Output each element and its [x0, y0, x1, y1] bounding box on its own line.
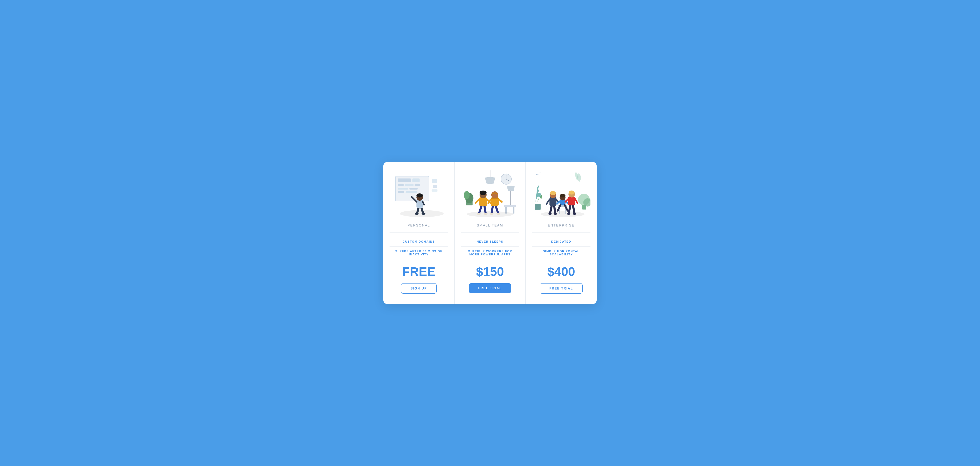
plan-name-enterprise: ENTERPRISE: [548, 223, 574, 227]
feature-personal-1: SLEEPS AFTER 30 MINS OF INACTIVITY: [390, 247, 448, 259]
free-trial-button-enterprise[interactable]: FREE TRIAL: [540, 283, 583, 294]
plan-small-team: SMALL TEAM NEVER SLEEPS MULTIPLE WORKERS…: [455, 162, 526, 304]
feature-enterprise-1: SIMPLE HORIZONTAL SCALABILITY: [532, 247, 590, 259]
svg-rect-9: [398, 192, 404, 193]
svg-point-22: [416, 193, 423, 198]
price-small-team: $150: [476, 265, 504, 278]
svg-point-78: [567, 213, 570, 215]
svg-rect-31: [504, 205, 516, 207]
svg-rect-12: [433, 185, 437, 188]
svg-point-43: [480, 191, 487, 195]
plan-name-small-team: SMALL TEAM: [477, 223, 503, 227]
svg-line-40: [476, 199, 479, 203]
svg-line-20: [423, 202, 424, 204]
feature-list-small-team: NEVER SLEEPS MULTIPLE WORKERS FOR MORE P…: [461, 237, 519, 259]
signup-button[interactable]: SIGN UP: [401, 283, 437, 294]
svg-point-30: [464, 191, 469, 199]
illustration-enterprise: [532, 170, 590, 217]
svg-rect-61: [550, 197, 557, 206]
svg-point-60: [554, 213, 557, 215]
svg-rect-39: [479, 197, 487, 206]
svg-rect-18: [416, 199, 423, 207]
svg-line-50: [499, 199, 502, 202]
svg-point-37: [476, 213, 480, 215]
svg-point-38: [484, 213, 488, 215]
feature-enterprise-0: DEDICATED: [532, 237, 590, 247]
svg-rect-13: [432, 189, 438, 192]
svg-point-47: [496, 213, 500, 215]
svg-point-65: [550, 191, 556, 195]
feature-team-1: MULTIPLE WORKERS FOR MORE POWERFUL APPS: [461, 247, 519, 259]
svg-rect-2: [398, 179, 411, 182]
price-label-personal: FREE: [402, 265, 435, 278]
svg-line-36: [484, 205, 486, 214]
svg-rect-7: [398, 188, 408, 190]
svg-line-62: [547, 199, 550, 204]
svg-point-51: [491, 192, 498, 198]
svg-point-16: [415, 213, 419, 215]
feature-team-0: NEVER SLEEPS: [461, 237, 519, 247]
svg-rect-11: [432, 179, 437, 183]
svg-point-56: [541, 211, 585, 217]
svg-rect-33: [513, 207, 514, 214]
svg-rect-80: [568, 196, 575, 206]
svg-rect-52: [535, 204, 541, 209]
svg-rect-4: [398, 184, 403, 186]
svg-line-82: [575, 199, 578, 203]
svg-line-81: [565, 199, 568, 202]
price-label-small-team: $150: [476, 265, 504, 278]
svg-rect-6: [415, 184, 420, 186]
svg-point-84: [569, 191, 574, 195]
svg-point-46: [490, 213, 494, 215]
illustration-small-team: [461, 170, 519, 217]
svg-point-17: [421, 213, 425, 215]
plan-name-personal: PERSONAL: [407, 223, 430, 227]
svg-rect-5: [405, 184, 414, 186]
plan-personal: PERSONAL CUSTOM DOMAINS SLEEPS AFTER 30 …: [383, 162, 455, 304]
plan-enterprise: ENTERPRISE DEDICATED SIMPLE HORIZONTAL S…: [526, 162, 597, 304]
svg-rect-55: [582, 205, 587, 209]
svg-rect-10: [406, 192, 417, 193]
price-enterprise: $400: [547, 265, 575, 278]
svg-rect-3: [412, 179, 420, 182]
svg-point-59: [548, 213, 552, 215]
svg-line-58: [554, 206, 555, 214]
pricing-card: PERSONAL CUSTOM DOMAINS SLEEPS AFTER 30 …: [383, 162, 597, 304]
svg-rect-8: [409, 188, 417, 190]
svg-point-75: [560, 194, 565, 197]
price-label-enterprise: $400: [547, 265, 575, 278]
svg-point-79: [573, 213, 576, 215]
feature-list-personal: CUSTOM DOMAINS SLEEPS AFTER 30 MINS OF I…: [390, 237, 448, 259]
feature-list-enterprise: DEDICATED SIMPLE HORIZONTAL SCALABILITY: [532, 237, 590, 259]
feature-personal-0: CUSTOM DOMAINS: [390, 237, 448, 247]
price-personal: FREE: [402, 265, 435, 278]
free-trial-button-team[interactable]: FREE TRIAL: [469, 283, 511, 293]
svg-line-44: [492, 205, 493, 214]
illustration-personal: [390, 170, 448, 217]
